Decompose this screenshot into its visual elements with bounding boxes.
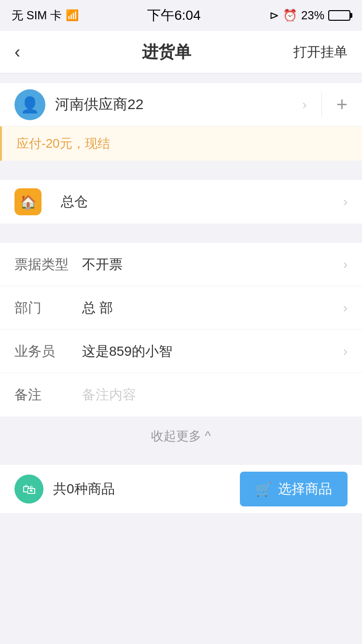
- invoice-type-row[interactable]: 票据类型 不开票 ›: [0, 243, 362, 286]
- page-background: [0, 513, 362, 644]
- form-section: 票据类型 不开票 › 部门 总 部 › 业务员 这是859的小智 › 备注 备注…: [0, 243, 362, 417]
- goods-count-text: 共0种商品: [53, 480, 240, 498]
- add-supplier-button[interactable]: +: [336, 94, 348, 115]
- nav-bar: ‹ 进货单 打开挂单: [0, 31, 362, 73]
- warehouse-icon: 🏠: [14, 188, 42, 215]
- supplier-arrow-icon: ›: [302, 97, 306, 112]
- goods-bag-icon: 🛍: [22, 481, 36, 497]
- collapse-label: 收起更多 ^: [151, 428, 210, 445]
- wifi-icon: 📶: [66, 9, 79, 22]
- supplier-avatar: 👤: [14, 89, 45, 120]
- mid-divider1: [0, 161, 362, 170]
- goods-icon: 🛍: [14, 475, 43, 504]
- invoice-type-arrow-icon: ›: [343, 257, 348, 272]
- salesperson-value: 这是859的小智: [82, 342, 338, 361]
- alarm-icon: ⏰: [283, 9, 297, 22]
- department-row[interactable]: 部门 总 部 ›: [0, 286, 362, 330]
- warehouse-section: 🏠 总仓 ›: [0, 180, 362, 224]
- department-value: 总 部: [82, 299, 338, 317]
- status-right: ⊳ ⏰ 23%: [269, 9, 350, 22]
- supplier-section: 👤 河南供应商22 › +: [0, 83, 362, 126]
- salesperson-label: 业务员: [14, 342, 72, 361]
- warehouse-arrow-icon: ›: [343, 194, 348, 210]
- battery-icon: [328, 10, 350, 21]
- warehouse-row[interactable]: 🏠 总仓 ›: [0, 180, 362, 224]
- invoice-type-value: 不开票: [82, 255, 338, 274]
- notice-banner: 应付-20元，现结: [0, 126, 362, 161]
- bottom-bar: 🛍 共0种商品 🛒 选择商品: [0, 465, 362, 513]
- location-icon: ⊳: [269, 9, 279, 22]
- salesperson-row[interactable]: 业务员 这是859的小智 ›: [0, 330, 362, 373]
- select-goods-label: 选择商品: [278, 480, 332, 498]
- status-left: 无 SIM 卡 📶: [12, 8, 79, 23]
- remark-row[interactable]: 备注 备注内容: [0, 373, 362, 417]
- status-time: 下午6:04: [147, 6, 201, 25]
- department-label: 部门: [14, 299, 72, 317]
- select-goods-icon: 🛒: [255, 481, 272, 497]
- notice-text: 应付-20元，现结: [16, 136, 110, 151]
- status-bar: 无 SIM 卡 📶 下午6:04 ⊳ ⏰ 23%: [0, 0, 362, 31]
- page-title: 进货单: [43, 41, 290, 63]
- collapse-row[interactable]: 收起更多 ^: [0, 417, 362, 455]
- battery-percent: 23%: [301, 9, 324, 22]
- department-arrow-icon: ›: [343, 300, 348, 316]
- invoice-type-label: 票据类型: [14, 255, 72, 274]
- avatar-icon: 👤: [20, 96, 40, 114]
- select-goods-button[interactable]: 🛒 选择商品: [240, 472, 348, 506]
- open-pending-button[interactable]: 打开挂单: [290, 43, 348, 61]
- remark-label: 备注: [14, 386, 72, 404]
- salesperson-arrow-icon: ›: [343, 344, 348, 359]
- warehouse-name: 总仓: [61, 193, 338, 211]
- top-divider: [0, 73, 362, 83]
- remark-placeholder[interactable]: 备注内容: [82, 386, 348, 404]
- supplier-divider: [321, 93, 322, 117]
- supplier-name[interactable]: 河南供应商22: [55, 95, 302, 114]
- mid-divider2: [0, 224, 362, 233]
- back-button[interactable]: ‹: [14, 42, 43, 62]
- carrier-text: 无 SIM 卡: [12, 8, 62, 23]
